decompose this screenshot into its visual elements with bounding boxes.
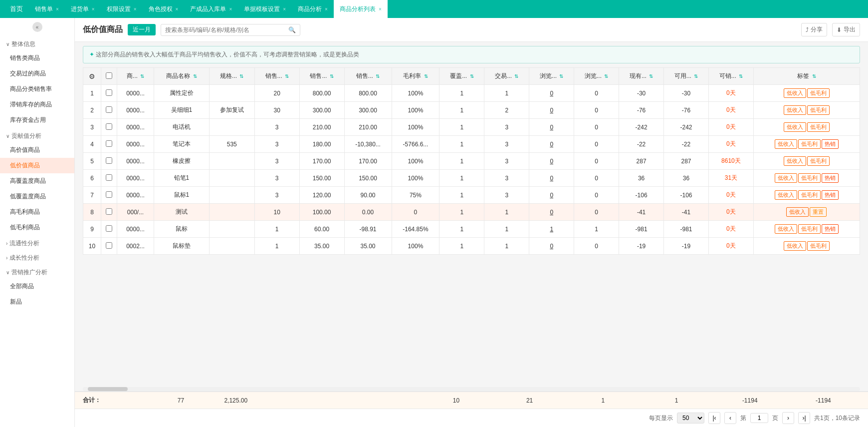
cell-browse2: 1 xyxy=(574,221,619,238)
browse-link[interactable]: 0 xyxy=(550,124,553,131)
sidebar-item-low-margin[interactable]: 低毛利商品 xyxy=(0,220,74,235)
cell-browse2: 0 xyxy=(574,136,619,153)
cell-code: 000/... xyxy=(117,204,154,221)
nav-close-icon[interactable]: × xyxy=(56,6,59,12)
column-days[interactable]: 可销... ⇅ xyxy=(708,68,753,85)
cell-avail: 287 xyxy=(664,153,709,170)
column-spec[interactable]: 规格... ⇅ xyxy=(209,68,254,85)
share-btn[interactable]: ⤴ 分享 xyxy=(801,23,827,36)
row-checkbox[interactable] xyxy=(106,157,112,164)
row-checkbox[interactable] xyxy=(106,208,112,215)
nav-goods-analysis-list[interactable]: 商品分析列表 × xyxy=(334,0,388,18)
sidebar-item-all-goods[interactable]: 全部商品 xyxy=(0,279,74,294)
browse-link[interactable]: 0 xyxy=(550,90,553,97)
row-checkbox[interactable] xyxy=(106,225,112,232)
row-checkbox[interactable] xyxy=(106,174,112,181)
cell-spec xyxy=(209,238,254,255)
nav-close-icon[interactable]: × xyxy=(229,6,232,12)
sidebar-item-low-coverage[interactable]: 低覆盖度商品 xyxy=(0,189,74,204)
sidebar-item-high-margin[interactable]: 高毛利商品 xyxy=(0,204,74,220)
sidebar-item-category-rate[interactable]: 商品分类销售率 xyxy=(0,81,74,97)
nav-role[interactable]: 角色授权 × xyxy=(143,0,185,18)
nav-close-icon[interactable]: × xyxy=(325,6,328,12)
search-input[interactable] xyxy=(165,26,285,33)
browse-link[interactable]: 0 xyxy=(550,243,553,250)
nav-template[interactable]: 单据模板设置 × xyxy=(238,0,292,18)
row-checkbox[interactable] xyxy=(106,191,112,198)
nav-home[interactable]: 首页 xyxy=(4,0,29,18)
next-page-btn[interactable]: › xyxy=(782,412,794,424)
sidebar-item-high-value[interactable]: 高价值商品 xyxy=(0,142,74,158)
nav-close-icon[interactable]: × xyxy=(379,6,382,12)
nav-close-icon[interactable]: × xyxy=(134,6,137,12)
last-page-btn[interactable]: ›| xyxy=(798,412,810,424)
nav-close-icon[interactable]: × xyxy=(176,6,179,12)
tag-badge: 低收入 xyxy=(775,139,797,149)
browse-link[interactable]: 0 xyxy=(550,158,553,165)
browse-link[interactable]: 1 xyxy=(550,226,553,233)
column-avail[interactable]: 可用... ⇅ xyxy=(664,68,709,85)
cell-avail: -41 xyxy=(664,204,709,221)
column-code[interactable]: 商... ⇅ xyxy=(117,68,154,85)
sidebar-item-traded-goods[interactable]: 交易过的商品 xyxy=(0,66,74,81)
nav-close-icon[interactable]: × xyxy=(92,6,95,12)
time-filter-btn[interactable]: 近一月 xyxy=(128,24,156,35)
cell-num: 8 xyxy=(83,204,101,221)
column-stock[interactable]: 现有... ⇅ xyxy=(619,68,664,85)
nav-sales[interactable]: 销售单 × xyxy=(29,0,65,18)
column-sales1[interactable]: 销售... ⇅ xyxy=(254,68,299,85)
row-checkbox[interactable] xyxy=(106,89,112,96)
sidebar-item-high-coverage[interactable]: 高覆盖度商品 xyxy=(0,173,74,189)
row-checkbox[interactable] xyxy=(106,140,112,147)
sidebar-group-marketing: ∨ 营销推广分析 xyxy=(0,264,74,279)
sidebar-item-slow-goods[interactable]: 滞销库存的商品 xyxy=(0,97,74,112)
sidebar-group-growth[interactable]: › 成长性分析 xyxy=(0,250,74,264)
scrollbar-thumb[interactable] xyxy=(88,387,128,391)
cell-s3: -10,380... xyxy=(344,136,392,153)
row-checkbox[interactable] xyxy=(106,123,112,130)
column-tags[interactable]: 标签 ⇅ xyxy=(753,68,860,85)
column-trade[interactable]: 交易... ⇅ xyxy=(484,68,529,85)
page-input[interactable] xyxy=(750,413,768,423)
sidebar-collapse-btn[interactable]: « xyxy=(32,22,42,32)
cell-s3: 170.00 xyxy=(344,153,392,170)
horizontal-scrollbar[interactable] xyxy=(83,387,860,391)
prev-page-btn[interactable]: ‹ xyxy=(724,412,736,424)
browse-link[interactable]: 0 xyxy=(550,141,553,148)
row-checkbox[interactable] xyxy=(106,106,112,113)
column-browse1[interactable]: 浏览... ⇅ xyxy=(529,68,574,85)
nav-permission[interactable]: 权限设置 × xyxy=(101,0,143,18)
select-all-checkbox[interactable] xyxy=(106,72,112,79)
browse-link[interactable]: 0 xyxy=(550,209,553,216)
column-coverage[interactable]: 覆盖... ⇅ xyxy=(439,68,484,85)
column-browse2[interactable]: 浏览... ⇅ xyxy=(574,68,619,85)
sidebar-group-flow[interactable]: › 流通性分析 xyxy=(0,235,74,250)
browse-link[interactable]: 0 xyxy=(550,175,553,182)
nav-product-in[interactable]: 产成品入库单 × xyxy=(184,0,238,18)
content-header: 低价值商品 近一月 🔍 ⤴ 分享 ⬇ 导出 xyxy=(75,18,868,42)
nav-close-icon[interactable]: × xyxy=(283,6,286,12)
nav-goods-analysis[interactable]: 商品分析 × xyxy=(292,0,334,18)
sidebar-item-stock-funds[interactable]: 库存资金占用 xyxy=(0,112,74,128)
sidebar-item-sales-goods[interactable]: 销售类商品 xyxy=(0,50,74,66)
cell-s3: 150.00 xyxy=(344,170,392,187)
per-page-select[interactable]: 50 100 200 xyxy=(677,413,704,424)
tag-badge: 重置 xyxy=(810,207,827,217)
browse-link[interactable]: 0 xyxy=(550,107,553,114)
sidebar-item-low-value[interactable]: 低价值商品 xyxy=(0,158,74,173)
nav-purchase[interactable]: 进货单 × xyxy=(65,0,101,18)
browse-link[interactable]: 0 xyxy=(550,192,553,199)
cell-s2: 800.00 xyxy=(299,85,344,102)
column-sales3[interactable]: 销售... ⇅ xyxy=(344,68,392,85)
export-btn[interactable]: ⬇ 导出 xyxy=(832,23,860,36)
sidebar-item-new-goods[interactable]: 新品 xyxy=(0,294,74,310)
column-gear[interactable]: ⚙ xyxy=(83,68,101,85)
footer-cell-s3 xyxy=(272,397,346,404)
row-checkbox[interactable] xyxy=(106,242,112,249)
cell-spec xyxy=(209,153,254,170)
first-page-btn[interactable]: |‹ xyxy=(708,412,720,424)
column-sales2[interactable]: 销售... ⇅ xyxy=(299,68,344,85)
share-icon: ⤴ xyxy=(806,26,809,33)
column-margin[interactable]: 毛利率 ⇅ xyxy=(392,68,439,85)
column-name[interactable]: 商品名称 ⇅ xyxy=(154,68,210,85)
